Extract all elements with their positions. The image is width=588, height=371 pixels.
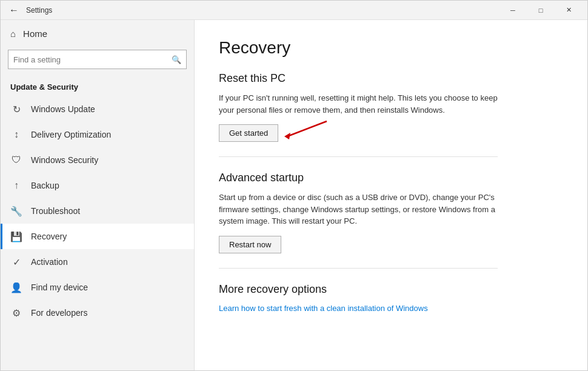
window-content: ⌂ Home 🔍 Update & Security ↻ Windows Upd… (1, 20, 587, 370)
sidebar-item-windows-update[interactable]: ↻ Windows Update (1, 96, 194, 122)
sidebar-item-label: Backup (31, 181, 59, 190)
sidebar-item-windows-security[interactable]: 🛡 Windows Security (1, 147, 194, 173)
for-developers-icon: ⚙ (10, 307, 22, 319)
sidebar-item-recovery[interactable]: 💾 Recovery (1, 224, 194, 249)
recovery-icon: 💾 (10, 230, 22, 242)
reset-pc-title: Reset this PC (219, 72, 563, 85)
svg-line-0 (287, 121, 327, 136)
reset-pc-desc: If your PC isn't running well, resetting… (219, 92, 498, 116)
sidebar-item-label: Activation (31, 257, 68, 267)
find-my-device-icon: 👤 (10, 281, 22, 293)
advanced-startup-desc: Start up from a device or disc (such as … (219, 192, 498, 227)
sidebar-item-label: Recovery (31, 232, 67, 241)
restart-now-button[interactable]: Restart now (219, 236, 281, 253)
minimize-button[interactable]: ─ (499, 1, 527, 20)
home-label: Home (23, 28, 47, 39)
backup-icon: ↑ (10, 179, 22, 192)
troubleshoot-icon: 🔧 (10, 205, 22, 217)
svg-marker-1 (284, 133, 290, 139)
search-box[interactable]: 🔍 (8, 50, 187, 69)
windows-security-icon: 🛡 (10, 154, 22, 166)
search-icon: 🔍 (172, 55, 181, 64)
sidebar-item-label: Windows Update (31, 104, 95, 114)
sidebar-item-label: Troubleshoot (31, 206, 80, 216)
sidebar-item-label: Delivery Optimization (31, 130, 111, 139)
close-button[interactable]: ✕ (555, 1, 583, 20)
search-input[interactable] (13, 55, 172, 64)
window-title: Settings (26, 6, 499, 15)
divider-1 (219, 156, 498, 157)
more-recovery-title: More recovery options (219, 283, 563, 296)
sidebar-item-find-my-device[interactable]: 👤 Find my device (1, 275, 194, 300)
window-controls: ─ □ ✕ (499, 1, 583, 20)
back-button[interactable]: ← (5, 2, 22, 19)
sidebar-item-for-developers[interactable]: ⚙ For developers (1, 300, 194, 326)
sidebar-item-delivery-optimization[interactable]: ↕ Delivery Optimization (1, 122, 194, 147)
sidebar: ⌂ Home 🔍 Update & Security ↻ Windows Upd… (1, 20, 195, 370)
delivery-optimization-icon: ↕ (10, 129, 22, 141)
page-title: Recovery (219, 38, 563, 58)
sidebar-item-label: Find my device (31, 282, 88, 292)
advanced-startup-title: Advanced startup (219, 172, 563, 184)
activation-icon: ✓ (10, 256, 22, 268)
settings-window: ← Settings ─ □ ✕ ⌂ Home 🔍 Update & Secur… (0, 0, 588, 371)
sidebar-item-troubleshoot[interactable]: 🔧 Troubleshoot (1, 198, 194, 224)
get-started-button[interactable]: Get started (219, 124, 278, 142)
sidebar-item-label: Windows Security (31, 155, 98, 165)
sidebar-item-activation[interactable]: ✓ Activation (1, 249, 194, 275)
sidebar-section-title: Update & Security (1, 76, 194, 96)
sidebar-home[interactable]: ⌂ Home (1, 20, 194, 47)
titlebar: ← Settings ─ □ ✕ (1, 1, 587, 20)
red-arrow-annotation (278, 118, 333, 155)
get-started-container: Get started (219, 124, 278, 142)
main-content: Recovery Reset this PC If your PC isn't … (195, 20, 587, 370)
sidebar-item-backup[interactable]: ↑ Backup (1, 173, 194, 198)
home-icon: ⌂ (10, 28, 16, 39)
windows-update-icon: ↻ (10, 103, 22, 115)
maximize-button[interactable]: □ (527, 1, 555, 20)
divider-2 (219, 268, 498, 269)
clean-install-link[interactable]: Learn how to start fresh with a clean in… (219, 304, 428, 313)
nav-items: ↻ Windows Update ↕ Delivery Optimization… (1, 96, 194, 326)
sidebar-item-label: For developers (31, 308, 87, 318)
